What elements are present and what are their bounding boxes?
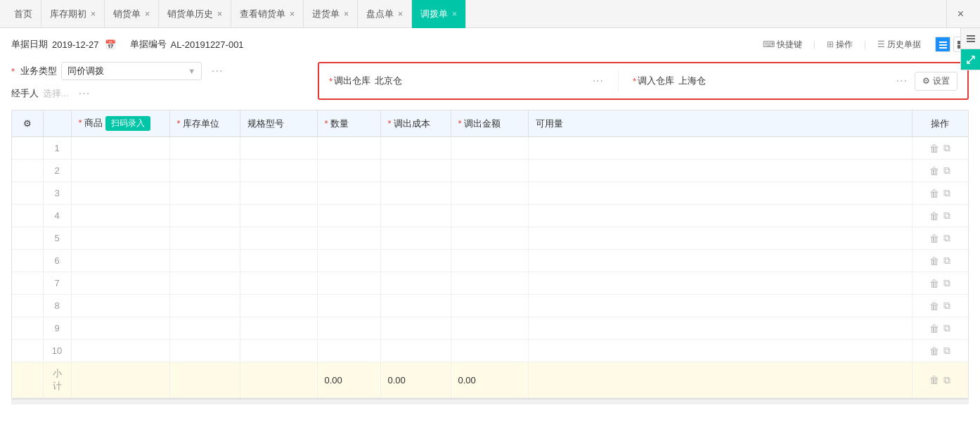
- row-copy-8[interactable]: ⧉: [943, 300, 950, 312]
- row-amount-5[interactable]: [451, 227, 528, 250]
- row-spec-5[interactable]: [240, 227, 317, 250]
- row-qty-9[interactable]: [317, 317, 380, 340]
- tab-view-sales[interactable]: 查看销货单 ×: [231, 0, 304, 28]
- row-unit-3[interactable]: [169, 182, 240, 205]
- row-qty-2[interactable]: [317, 160, 380, 182]
- in-warehouse-value[interactable]: 上海仓: [678, 75, 735, 87]
- row-goods-7[interactable]: [71, 272, 169, 295]
- row-qty-8[interactable]: [317, 295, 380, 317]
- row-unit-4[interactable]: [169, 205, 240, 227]
- row-goods-10[interactable]: [71, 340, 169, 362]
- tab-transfer-close[interactable]: ×: [452, 9, 457, 19]
- tab-sales-order-close[interactable]: ×: [145, 9, 150, 19]
- row-copy-10[interactable]: ⧉: [943, 345, 950, 357]
- row-copy-4[interactable]: ⧉: [943, 210, 950, 222]
- row-avail-8[interactable]: [528, 295, 912, 317]
- row-avail-6[interactable]: [528, 250, 912, 272]
- row-spec-8[interactable]: [240, 295, 317, 317]
- out-warehouse-more[interactable]: ···: [593, 75, 604, 87]
- row-cost-8[interactable]: [380, 295, 451, 317]
- row-goods-1[interactable]: [71, 137, 169, 160]
- row-spec-3[interactable]: [240, 182, 317, 205]
- tab-inventory[interactable]: 盘点单 ×: [358, 0, 412, 28]
- history-button[interactable]: ☰ 历史单据: [877, 39, 921, 51]
- row-delete-5[interactable]: 🗑: [929, 233, 939, 244]
- row-copy-6[interactable]: ⧉: [943, 255, 950, 267]
- tab-purchase-close[interactable]: ×: [344, 9, 349, 19]
- row-delete-2[interactable]: 🗑: [929, 165, 939, 177]
- row-amount-8[interactable]: [451, 295, 528, 317]
- row-avail-9[interactable]: [528, 317, 912, 340]
- row-goods-5[interactable]: [71, 227, 169, 250]
- row-qty-5[interactable]: [317, 227, 380, 250]
- horizontal-scrollbar[interactable]: [11, 399, 969, 404]
- row-unit-5[interactable]: [169, 227, 240, 250]
- out-warehouse-value[interactable]: 北京仓: [375, 75, 431, 87]
- row-delete-3[interactable]: 🗑: [929, 188, 939, 199]
- row-unit-6[interactable]: [169, 250, 240, 272]
- row-cost-2[interactable]: [380, 160, 451, 182]
- row-spec-6[interactable]: [240, 250, 317, 272]
- row-unit-10[interactable]: [169, 340, 240, 362]
- row-unit-9[interactable]: [169, 317, 240, 340]
- row-unit-2[interactable]: [169, 160, 240, 182]
- tab-inventory-init-close[interactable]: ×: [91, 9, 96, 19]
- row-qty-3[interactable]: [317, 182, 380, 205]
- row-qty-4[interactable]: [317, 205, 380, 227]
- row-cost-7[interactable]: [380, 272, 451, 295]
- row-goods-6[interactable]: [71, 250, 169, 272]
- row-copy-9[interactable]: ⧉: [943, 322, 950, 334]
- gear-header-icon[interactable]: ⚙: [23, 118, 32, 129]
- row-delete-9[interactable]: 🗑: [929, 323, 939, 334]
- subtotal-delete[interactable]: 🗑: [929, 374, 939, 386]
- right-toolbar-expand[interactable]: [961, 49, 981, 70]
- window-close-button[interactable]: ×: [946, 0, 974, 28]
- row-spec-9[interactable]: [240, 317, 317, 340]
- row-delete-10[interactable]: 🗑: [929, 345, 939, 357]
- row-amount-1[interactable]: [451, 137, 528, 160]
- tab-purchase[interactable]: 进货单 ×: [304, 0, 358, 28]
- row-cost-3[interactable]: [380, 182, 451, 205]
- settings-button[interactable]: ⚙ 设置: [915, 72, 958, 91]
- row-cost-9[interactable]: [380, 317, 451, 340]
- row-delete-7[interactable]: 🗑: [929, 278, 939, 289]
- row-goods-4[interactable]: [71, 205, 169, 227]
- row-spec-2[interactable]: [240, 160, 317, 182]
- tab-sales-history-close[interactable]: ×: [217, 9, 222, 19]
- row-cost-6[interactable]: [380, 250, 451, 272]
- date-value[interactable]: 2019-12-27: [52, 39, 99, 50]
- row-qty-7[interactable]: [317, 272, 380, 295]
- tab-inventory-init[interactable]: 库存期初 ×: [41, 0, 105, 28]
- row-avail-10[interactable]: [528, 340, 912, 362]
- scan-input-button[interactable]: 扫码录入: [105, 116, 150, 131]
- row-unit-7[interactable]: [169, 272, 240, 295]
- subtotal-copy[interactable]: ⧉: [943, 374, 950, 386]
- row-qty-10[interactable]: [317, 340, 380, 362]
- row-unit-1[interactable]: [169, 137, 240, 160]
- calendar-icon[interactable]: 📅: [105, 39, 116, 50]
- row-copy-3[interactable]: ⧉: [943, 187, 950, 199]
- row-goods-9[interactable]: [71, 317, 169, 340]
- row-goods-2[interactable]: [71, 160, 169, 182]
- business-type-more[interactable]: ···: [212, 65, 223, 77]
- row-cost-10[interactable]: [380, 340, 451, 362]
- row-goods-8[interactable]: [71, 295, 169, 317]
- row-avail-3[interactable]: [528, 182, 912, 205]
- row-spec-4[interactable]: [240, 205, 317, 227]
- tab-inventory-close[interactable]: ×: [398, 9, 403, 19]
- row-qty-1[interactable]: [317, 137, 380, 160]
- row-qty-6[interactable]: [317, 250, 380, 272]
- tab-view-sales-close[interactable]: ×: [290, 9, 295, 19]
- right-toolbar-list[interactable]: [961, 28, 981, 49]
- layout-list-icon[interactable]: [935, 37, 950, 52]
- business-type-dropdown[interactable]: 同价调拨 ▼: [61, 62, 202, 80]
- row-amount-3[interactable]: [451, 182, 528, 205]
- tab-sales-history[interactable]: 销货单历史 ×: [159, 0, 231, 28]
- row-amount-7[interactable]: [451, 272, 528, 295]
- row-unit-8[interactable]: [169, 295, 240, 317]
- shortcut-button[interactable]: ⌨ 快捷键: [763, 39, 802, 51]
- row-amount-6[interactable]: [451, 250, 528, 272]
- in-warehouse-more[interactable]: ···: [896, 75, 908, 87]
- row-spec-10[interactable]: [240, 340, 317, 362]
- row-avail-4[interactable]: [528, 205, 912, 227]
